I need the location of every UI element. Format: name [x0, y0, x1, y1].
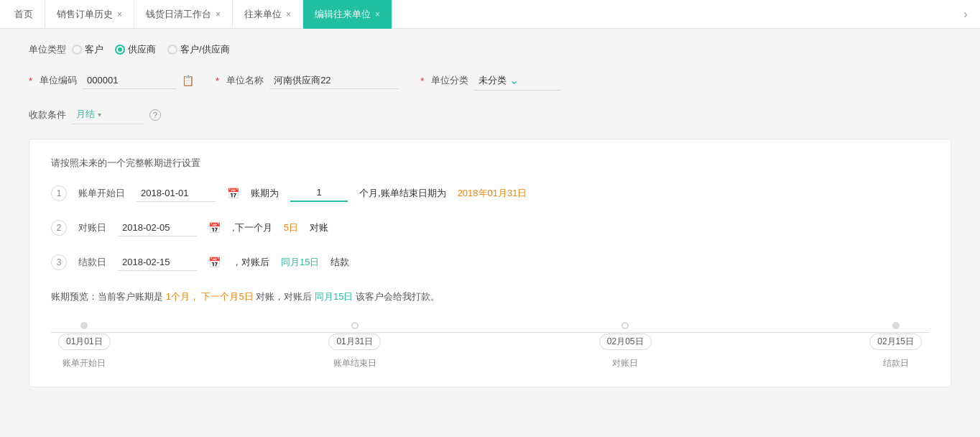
period-end-date: 2018年01月31日: [458, 187, 527, 200]
timeline-dot-start: [80, 322, 88, 329]
radio-supplier-label: 供应商: [128, 43, 156, 56]
unit-category-required: *: [420, 75, 424, 86]
payment-terms-row: 收款条件 月结 ▾ ?: [29, 105, 951, 124]
step-cal-2[interactable]: 📅: [208, 222, 221, 234]
step-row-2: 2 对账日 📅 ,下一个月5日 对账: [51, 219, 929, 236]
timeline-sublabel-0: 账单开始日: [63, 357, 106, 369]
timeline-item-end: 01月31日 账单结束日: [328, 322, 381, 369]
timeline-item-start: 01月01日 账单开始日: [58, 322, 111, 369]
unit-type-label: 单位类型: [29, 43, 66, 56]
step3-suffix-post: 结款: [330, 256, 349, 269]
unit-name-label: 单位名称: [226, 74, 264, 87]
timeline-sublabel-2: 对账日: [612, 357, 638, 369]
unit-category-chevron: ⌄: [509, 73, 519, 87]
radio-customer-label: 客户: [85, 43, 103, 56]
radio-customer-supplier-circle: [167, 45, 177, 55]
payment-terms-help[interactable]: ?: [149, 109, 161, 121]
unit-category-value: 未分类: [479, 74, 507, 87]
step3-suffix-highlight: 同月15日: [281, 256, 319, 269]
tab-sales-history[interactable]: 销售订单历史 ×: [45, 0, 134, 29]
timeline-dot-reconcile: [621, 322, 629, 329]
unit-type-row: 单位类型 客户 供应商 客户/供应商: [29, 43, 951, 56]
preview-1month: 1个月，: [166, 291, 199, 302]
step-cal-3[interactable]: 📅: [208, 257, 221, 268]
close-edit-partner-tab[interactable]: ×: [375, 9, 380, 19]
step2-suffix-highlight: 5日: [284, 221, 298, 234]
step-num-1: 1: [51, 185, 67, 201]
period-unit: 个月,账单结束日期为: [359, 187, 446, 200]
preview-end: 该客户会给我打款。: [356, 291, 440, 302]
step-label-3: 结款日: [78, 256, 106, 269]
period-label: 账期为: [251, 187, 279, 200]
unit-code-label: 单位编码: [40, 74, 77, 87]
timeline-item-reconcile: 02月05日 对账日: [599, 322, 652, 369]
preview-same15: 同月15日: [315, 291, 353, 302]
step-row-3: 3 结款日 📅 ，对账后同月15日 结款: [51, 254, 929, 271]
timeline-sublabel-3: 结款日: [883, 357, 909, 369]
close-cash-work-tab[interactable]: ×: [216, 9, 221, 19]
card-instruction: 请按照未来的一个完整帐期进行设置: [51, 157, 929, 170]
timeline-items: 01月01日 账单开始日 01月31日 账单结束日 02月05日 对账日 02月…: [58, 322, 922, 369]
step2-suffix-pre: ,下一个月: [232, 221, 272, 234]
radio-supplier-circle: [115, 45, 125, 55]
unit-code-required: *: [29, 75, 32, 86]
payment-terms-label: 收款条件: [29, 109, 66, 121]
unit-code-icon[interactable]: 📋: [182, 75, 194, 86]
unit-type-radio-group: 客户 供应商 客户/供应商: [72, 43, 230, 56]
step-date-2[interactable]: [118, 219, 197, 236]
unit-code-input[interactable]: [83, 72, 176, 89]
timeline: 01月01日 账单开始日 01月31日 账单结束日 02月05日 对账日 02月…: [51, 322, 929, 369]
unit-info-row: * 单位编码 📋 * 单位名称 * 单位分类 未分类 ⌄: [29, 70, 951, 91]
timeline-badge-2: 02月05日: [599, 334, 652, 350]
step-label-2: 对账日: [78, 221, 106, 234]
close-partners-tab[interactable]: ×: [286, 9, 291, 19]
timeline-dot-end: [351, 322, 359, 329]
radio-customer-supplier[interactable]: 客户/供应商: [167, 43, 230, 56]
unit-code-field: * 单位编码 📋: [29, 72, 194, 89]
tabs-expand-button[interactable]: ›: [957, 0, 974, 29]
radio-supplier[interactable]: 供应商: [115, 43, 156, 56]
preview-label: 账期预览：当前客户账期是: [51, 291, 163, 302]
unit-name-field: * 单位名称: [216, 72, 399, 89]
timeline-badge-1: 01月31日: [328, 334, 381, 350]
radio-customer-supplier-label: 客户/供应商: [180, 43, 230, 56]
timeline-dot-payment: [892, 322, 900, 329]
tabs-bar: 首页 销售订单历史 × 钱货日清工作台 × 往来单位 × 编辑往来单位 × ›: [0, 0, 980, 29]
unit-category-label: 单位分类: [431, 74, 468, 87]
payment-terms-value: 月结: [76, 108, 95, 121]
unit-type-field: 单位类型 客户 供应商 客户/供应商: [29, 43, 230, 56]
period-input[interactable]: [290, 184, 348, 202]
preview-mid: 对账，对账后: [256, 291, 312, 302]
tab-edit-partner[interactable]: 编辑往来单位 ×: [303, 0, 392, 29]
unit-category-select[interactable]: 未分类 ⌄: [474, 70, 560, 91]
payment-terms-field: 收款条件 月结 ▾ ?: [29, 105, 161, 124]
unit-category-field: * 单位分类 未分类 ⌄: [420, 70, 560, 91]
timeline-item-payment: 02月15日 结款日: [869, 322, 922, 369]
step-num-3: 3: [51, 254, 67, 270]
radio-customer-circle: [72, 45, 82, 55]
step-num-2: 2: [51, 220, 67, 236]
unit-name-required: *: [216, 75, 219, 86]
step-cal-1[interactable]: 📅: [227, 188, 239, 199]
card-panel: 请按照未来的一个完整帐期进行设置 1 账单开始日 📅 账期为 个月,账单结束日期…: [29, 139, 951, 387]
step-date-1[interactable]: [137, 185, 216, 202]
radio-customer[interactable]: 客户: [72, 43, 103, 56]
step-row-1: 1 账单开始日 📅 账期为 个月,账单结束日期为 2018年01月31日: [51, 184, 929, 202]
step3-suffix-pre: ，对账后: [232, 256, 269, 269]
unit-name-input[interactable]: [269, 72, 399, 89]
close-sales-history-tab[interactable]: ×: [117, 9, 122, 19]
tab-partners[interactable]: 往来单位 ×: [233, 0, 303, 29]
timeline-sublabel-1: 账单结束日: [333, 357, 376, 369]
tab-home[interactable]: 首页: [6, 0, 45, 29]
page-content: 单位类型 客户 供应商 客户/供应商 * 单位编码: [0, 29, 980, 437]
timeline-badge-0: 01月01日: [58, 334, 111, 350]
step-date-3[interactable]: [118, 254, 197, 271]
preview-text: 账期预览：当前客户账期是 1个月， 下一个月5日 对账，对账后 同月15日 该客…: [51, 288, 929, 305]
step-label-1: 账单开始日: [78, 187, 125, 200]
payment-terms-select[interactable]: 月结 ▾: [72, 105, 144, 124]
payment-terms-chevron: ▾: [98, 111, 101, 119]
tab-cash-work[interactable]: 钱货日清工作台 ×: [134, 0, 233, 29]
step2-suffix-post: 对账: [310, 221, 328, 234]
preview-next5: 下一个月5日: [201, 291, 253, 302]
timeline-badge-3: 02月15日: [869, 334, 922, 350]
